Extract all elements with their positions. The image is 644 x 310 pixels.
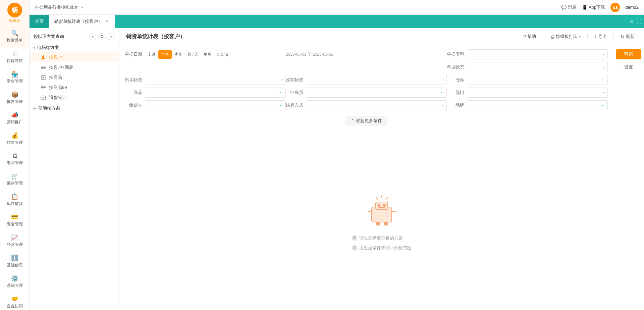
status-label: 单据状态 (447, 64, 467, 70)
sidebar-item-sales[interactable]: 💰 销售管理 (0, 128, 29, 149)
scheme-item-return-stats[interactable]: 退货统计 (30, 93, 119, 103)
empty-state: 1 请先选择要分析的方案 2 用过滤条件来缩小分析范围 (119, 130, 644, 310)
tab-close-window-icon[interactable]: ✕ (630, 18, 634, 25)
svg-point-0 (42, 55, 44, 57)
header-right: 💬 消息 📱 App下载 Ea demo2 (561, 3, 639, 12)
svg-rect-8 (41, 96, 46, 99)
empty-hint-1: 1 请先选择要分析的方案 (352, 234, 412, 242)
expand-icon: ▾ (34, 46, 35, 50)
scheme-group-desktop: ▾ 电脑端方案 按客户 按客户+商品 (30, 43, 119, 103)
status-select[interactable]: ▾ (467, 62, 608, 72)
export-btn[interactable]: ↑ 导出 (592, 32, 609, 41)
scheme-header: 按以下方案查询 ＋ ⚙ « (30, 31, 119, 42)
filter-area: 单据日期 上月 本月 本年 近7天 更多 自定义 2023-03-0 (119, 45, 613, 130)
status-filter-cell: 单据状态 ▾ (447, 62, 608, 72)
print-btn[interactable]: 🖨 按模板打印 ▾ (547, 32, 583, 41)
empty-icon (362, 189, 402, 229)
settle-arrow-icon: ▾ (442, 104, 444, 107)
avatar[interactable]: Ea (610, 3, 620, 12)
scheme-item-by-goods[interactable]: 按商品 (30, 72, 119, 83)
receiver-dots-icon[interactable]: ··· (278, 102, 283, 108)
sidebar-item-basic[interactable]: ℹ️ 基础信息 (0, 251, 29, 271)
scheme-item-by-customer-label: 按客户 (49, 54, 62, 60)
svg-rect-1 (41, 66, 46, 66)
receiver-label: 收货人 (125, 102, 145, 108)
scheme-add-btn[interactable]: ＋ (89, 33, 96, 40)
type-select[interactable]: ▾ (467, 49, 608, 59)
settings-btn[interactable]: 设置 (616, 62, 641, 72)
sidebar-item-inventory[interactable]: 📋 库存核算 (0, 190, 29, 210)
salesman-select[interactable]: ··· (306, 88, 447, 98)
collect-status-select[interactable]: ▾ (306, 75, 447, 85)
brand-dots-icon[interactable]: ··· (600, 102, 605, 108)
date-btn-last-month[interactable]: 上月 (145, 50, 158, 59)
date-btn-7days[interactable]: 近7天 (185, 50, 201, 59)
refresh-btn[interactable]: ↻ 刷新 (618, 32, 637, 41)
customer-goods-icon (40, 64, 46, 70)
right-panel: 销货单统计表（按客户） ? 帮助 🖨 按模板打印 ▾ ↑ (119, 28, 644, 310)
filter-row-1b: 单据状态 ▾ (125, 62, 608, 72)
enterprise-icon: 🤝 (11, 295, 18, 303)
sidebar-item-ecom[interactable]: 🖥 电商管理 (0, 149, 29, 169)
brand-select[interactable]: ··· (467, 100, 608, 110)
sidebar-item-enterprise[interactable]: 🤝 企业协同 (0, 292, 29, 310)
scheme-group-desktop-title[interactable]: ▾ 电脑端方案 (30, 43, 119, 52)
receiver-cell: 收货人 ··· (125, 100, 286, 110)
salesman-label: 业务员 (286, 90, 306, 96)
user-name[interactable]: demo2 (625, 5, 639, 10)
receiver-select[interactable]: ··· (145, 100, 286, 110)
sidebar-item-quick-nav[interactable]: ☆ 快捷导航 (0, 47, 29, 67)
type-select-arrow-icon: ▾ (603, 53, 605, 56)
date-filter-cell: 单据日期 上月 本月 本年 近7天 更多 自定义 (125, 49, 286, 59)
search-icon: 🔍 (11, 30, 18, 37)
date-btn-this-month[interactable]: 本月 (158, 50, 172, 59)
marketing-icon: 📣 (11, 111, 18, 119)
warehouse-cell: 仓库 ··· (447, 75, 608, 85)
salesman-dots-icon[interactable]: ··· (439, 90, 444, 96)
svg-rect-17 (384, 222, 388, 225)
message-btn[interactable]: 💬 消息 (561, 4, 577, 10)
help-btn[interactable]: ? 帮助 (521, 32, 539, 41)
date-buttons: 上月 本月 本年 近7天 更多 自定义 (145, 50, 286, 59)
sidebar-item-system[interactable]: ⚙️ 系统管理 (0, 271, 29, 292)
scheme-settings-btn[interactable]: ⚙ (98, 33, 106, 40)
sidebar-item-wholesale[interactable]: 📦 批发管理 (0, 88, 29, 108)
sidebar-item-operations[interactable]: 📈 经营管理 (0, 230, 29, 251)
app-title: 办公用品行业模拟账套 (35, 4, 78, 10)
collapse-btn[interactable]: ⌃ 收起更多条件 (345, 116, 387, 126)
sidebar-item-marketing[interactable]: 📣 营销推广 (0, 108, 29, 128)
print-dropdown-icon[interactable]: ▾ (579, 35, 581, 39)
tab-home[interactable]: 首页 (30, 15, 49, 28)
warehouse-select[interactable]: ··· (467, 75, 608, 85)
settle-select[interactable]: ▾ (306, 100, 447, 110)
svg-point-12 (383, 204, 386, 207)
dept-select[interactable]: ▾ (467, 88, 608, 98)
scheme-item-by-customer[interactable]: 按客户 (30, 52, 119, 62)
scheme-title: 按以下方案查询 (34, 34, 64, 40)
goods-select[interactable]: ··· (145, 88, 286, 98)
tab-close-icon[interactable]: ✕ (104, 19, 110, 24)
app-download-btn[interactable]: 📱 App下载 (582, 4, 605, 10)
tab-maximize-icon[interactable]: ⛶ (637, 19, 641, 24)
sales-stats-tab-label: 销货单统计表（按客户） (54, 18, 102, 24)
out-status-arrow-icon: ▾ (281, 78, 283, 82)
sidebar-item-retail[interactable]: 🏪 零售管理 (0, 67, 29, 88)
out-status-select[interactable]: ▾ (145, 75, 286, 85)
scheme-item-by-customer-goods[interactable]: 按客户+商品 (30, 62, 119, 72)
goods-dots-icon[interactable]: ··· (278, 90, 283, 96)
sidebar-item-search[interactable]: 🔍 搜索菜单 (0, 26, 29, 47)
date-btn-more[interactable]: 更多 (201, 50, 214, 59)
collapse-up-icon: ⌃ (351, 118, 355, 123)
query-btn[interactable]: 查询 (616, 49, 641, 59)
date-btn-this-year[interactable]: 本年 (172, 50, 185, 59)
tab-sales-stats[interactable]: 销货单统计表（按客户） ✕ (49, 15, 115, 28)
scheme-group-mobile-title[interactable]: ▶ 移动端方案 (30, 103, 119, 113)
sidebar-item-finance[interactable]: 💳 资金管理 (0, 210, 29, 230)
scheme-item-by-goods-99[interactable]: 按商品99 (30, 83, 119, 93)
scheme-collapse-btn[interactable]: « (108, 33, 115, 40)
sidebar-item-purchase[interactable]: 🛒 采购管理 (0, 169, 29, 190)
dropdown-arrow-icon[interactable]: ▾ (81, 5, 83, 10)
out-status-cell: 出库状态 ▾ (125, 75, 286, 85)
warehouse-dots-icon[interactable]: ··· (600, 77, 605, 83)
date-btn-custom[interactable]: 自定义 (214, 50, 232, 59)
